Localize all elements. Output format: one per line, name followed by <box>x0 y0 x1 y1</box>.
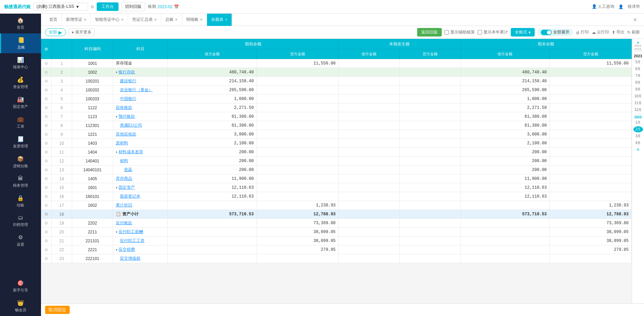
account-link[interactable]: 应付账款 <box>116 220 132 225</box>
expand-icon[interactable]: ▾ <box>116 150 118 154</box>
sidebar-item-ledger[interactable]: 📒 总账 <box>0 33 41 53</box>
row-settings[interactable]: ⚙ <box>41 103 52 112</box>
show-auxiliary-input[interactable] <box>444 30 449 34</box>
row-settings[interactable]: ⚙ <box>41 95 52 103</box>
row-settings[interactable]: ⚙ <box>41 228 52 236</box>
timeline-month-11[interactable]: 11月 <box>633 100 643 106</box>
cloud-print-button[interactable]: ☁ 云打印 <box>592 29 609 35</box>
tab-new-voucher[interactable]: 新增凭证 ✕ <box>62 14 91 26</box>
row-settings[interactable]: ⚙ <box>41 59 52 68</box>
timeline-month-5[interactable]: 5月 <box>633 59 643 65</box>
row-settings[interactable]: ⚙ <box>41 139 52 148</box>
account-link[interactable]: 壹蕊 <box>124 167 132 172</box>
settings-col-header[interactable]: ⚙ <box>41 39 52 59</box>
print-button[interactable]: 🖨 打印 <box>576 29 589 35</box>
show-ytd-checkbox[interactable]: 显示本年累计 <box>478 29 508 35</box>
row-settings[interactable]: ⚙ <box>41 68 52 77</box>
tab-detail-ledger[interactable]: 明细账 ✕ <box>182 14 207 26</box>
row-settings[interactable]: ⚙ <box>41 174 52 183</box>
timeline-month-7[interactable]: 7月 <box>633 73 643 79</box>
account-link[interactable]: 其他应收款 <box>116 132 136 137</box>
timeline-month-3[interactable]: 3月 <box>633 133 643 139</box>
row-settings[interactable]: ⚙ <box>41 130 52 139</box>
timeline-month-4[interactable]: 4月 <box>633 140 643 146</box>
account-link[interactable]: 应交增值税 <box>120 256 140 261</box>
row-settings[interactable]: ⚙ <box>41 86 52 95</box>
account-link[interactable]: 建设银行 <box>120 78 136 83</box>
sidebar-item-settings[interactable]: ⚙ 设置 <box>0 231 41 250</box>
timeline-expand-up[interactable]: ▲ <box>636 40 640 44</box>
tab-general-ledger[interactable]: 总账 ✕ <box>161 14 182 26</box>
account-link[interactable]: 预付账款 <box>119 114 135 119</box>
close-all-tabs[interactable]: ✕ <box>630 17 640 23</box>
user-service[interactable]: 👤 人工咨询 <box>592 4 614 10</box>
filter-all-button[interactable]: 全部 ▶ <box>45 28 66 36</box>
tab-balance-close[interactable]: ✕ <box>225 18 228 21</box>
timeline-settings-icon[interactable]: ⚙ <box>636 148 640 152</box>
tab-smart-voucher[interactable]: 智能凭证中心 ✕ <box>91 14 128 26</box>
expand-icon[interactable]: ▾ <box>116 230 118 234</box>
row-settings[interactable]: ⚙ <box>41 157 52 166</box>
row-settings[interactable]: ⚙ <box>41 210 52 219</box>
sidebar-item-payroll[interactable]: 💼 工资 <box>0 113 41 132</box>
row-settings[interactable]: ⚙ <box>41 183 52 192</box>
timeline-month-2[interactable]: 2月 <box>633 126 643 132</box>
timeline-month-8[interactable]: 8月 <box>633 80 643 86</box>
expand-icon[interactable]: ▾ <box>116 248 118 252</box>
account-link[interactable]: 原材料 <box>116 141 128 145</box>
account-link[interactable]: 材料 <box>120 158 128 163</box>
sidebar-item-purchase-sales[interactable]: 📦 进销台账 <box>0 152 41 172</box>
row-settings[interactable]: ⚙ <box>41 121 52 130</box>
row-settings[interactable]: ⚙ <box>41 254 52 263</box>
row-settings[interactable]: ⚙ <box>41 77 52 86</box>
tab-voucher-summary-close[interactable]: ✕ <box>154 18 157 21</box>
account-link[interactable]: 农业银行（黄金） <box>120 87 153 92</box>
expand-more-button[interactable]: ▾ 展开更多 <box>69 28 95 36</box>
row-settings[interactable]: ⚙ <box>41 192 52 201</box>
tab-voucher-summary[interactable]: 凭证汇总表 ✕ <box>128 14 161 26</box>
company-selector[interactable]: (勿删) 江西股圣-LSS ▼ <box>33 3 88 11</box>
row-settings[interactable]: ⚙ <box>41 201 52 210</box>
account-link[interactable]: 材料成本差异 <box>119 149 143 154</box>
sidebar-item-member[interactable]: 👑 畅会员 <box>0 296 41 316</box>
account-link[interactable]: 应付职工工资 <box>120 238 145 243</box>
workbench-button[interactable]: 工作台 <box>97 2 119 11</box>
sidebar-item-archive[interactable]: 🗂 归档管理 <box>0 211 41 231</box>
timeline-month-10[interactable]: 10月 <box>633 93 643 99</box>
row-settings[interactable]: ⚙ <box>41 166 52 174</box>
sidebar-item-guide[interactable]: 🎯 新手引导 <box>0 276 41 296</box>
unlock-fixed-button[interactable]: 取消固定 <box>45 306 70 314</box>
account-link[interactable]: 固定资产 <box>119 185 135 190</box>
sidebar-item-report[interactable]: 📊 报表中心 <box>0 53 41 73</box>
account-link[interactable]: 累计折旧 <box>116 203 132 207</box>
row-settings[interactable]: ⚙ <box>41 245 52 254</box>
show-ytd-input[interactable] <box>478 30 482 34</box>
sidebar-item-home[interactable]: 🏠 首页 <box>0 14 41 33</box>
expand-icon[interactable]: ▾ <box>116 115 118 118</box>
export-button[interactable]: ⬆ 导出 <box>612 29 625 35</box>
tab-detail-ledger-close[interactable]: ✕ <box>200 18 203 21</box>
show-auxiliary-checkbox[interactable]: 显示辅助核算 <box>444 29 475 35</box>
sidebar-item-tax[interactable]: 🏛 税务管理 <box>0 172 41 191</box>
tab-smart-voucher-close[interactable]: ✕ <box>121 18 124 21</box>
account-link[interactable]: 中国银行 <box>120 96 136 101</box>
account-link[interactable]: 股提签记本 <box>120 194 140 199</box>
expand-icon[interactable]: ▾ <box>116 71 118 74</box>
tab-home[interactable]: 首页 <box>45 14 62 26</box>
row-settings[interactable]: ⚙ <box>41 236 52 245</box>
account-link[interactable]: 库存商品 <box>116 176 132 181</box>
full-style-button[interactable]: 全账式 ▾ <box>511 28 535 37</box>
account-link[interactable]: 应收账款 <box>116 105 132 110</box>
sidebar-item-finance[interactable]: 💰 资金管理 <box>0 73 41 93</box>
tab-new-voucher-close[interactable]: ✕ <box>84 18 86 21</box>
timeline-month-6[interactable]: 6月 <box>633 66 643 72</box>
account-link[interactable]: 惠属EU公司 <box>120 123 142 128</box>
expand-icon[interactable]: ▾ <box>116 186 118 189</box>
period-calendar-icon[interactable]: 📅 <box>174 4 179 9</box>
timeline-month-1[interactable]: 1月 <box>633 119 643 126</box>
expand-all-toggle[interactable]: 全部展开 <box>537 29 573 36</box>
refresh-button[interactable]: ↻ 刷新 <box>627 29 640 35</box>
sidebar-item-fixed-assets[interactable]: 🏭 固定资产 <box>0 93 41 113</box>
tab-balance[interactable]: 余额表 ✕ <box>207 14 232 26</box>
switch-version-button[interactable]: 切到旧版 <box>121 2 145 11</box>
